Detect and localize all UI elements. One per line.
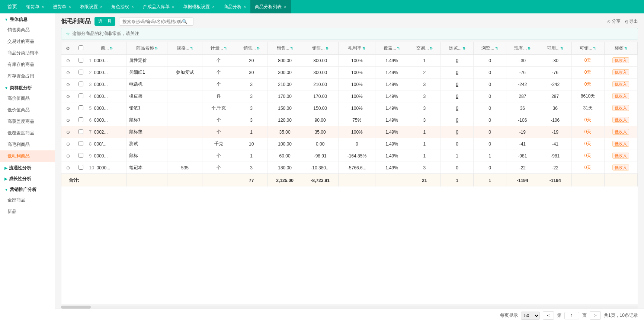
current-stock-column-header[interactable]: 现有...⇅ — [506, 42, 539, 55]
export-button[interactable]: ⎗ 导出 — [625, 18, 638, 25]
row-views1[interactable]: 0 — [441, 126, 474, 138]
name-column-header[interactable]: 商品名称⇅ — [126, 42, 167, 55]
row-checkbox[interactable] — [75, 138, 87, 150]
sidebar-group-cluster[interactable]: ▼ 类群度分析 — [0, 82, 55, 93]
sidebar-item-sales-products[interactable]: 销售类商品 — [0, 24, 55, 36]
sidebar-item-stock-capital[interactable]: 库存资金占用 — [0, 70, 55, 82]
nav-product-analysis-list[interactable]: 商品分析列表 × — [250, 0, 291, 13]
row-sales-price: 35.00 — [268, 126, 302, 138]
nav-permissions[interactable]: 权限设置 × — [76, 0, 107, 13]
page-size-select[interactable]: 50 100 200 — [521, 312, 540, 320]
date-filter-button[interactable]: 近一月 — [94, 17, 115, 26]
views2-column-header[interactable]: 浏览...⇅ — [474, 42, 506, 55]
row-checkbox[interactable] — [75, 67, 87, 79]
sidebar-group-circulation[interactable]: ▶ 流通性分析 — [0, 162, 55, 173]
table-row: ⊙ 5 0000... 铅笔1 个,千克 3 150.00 150.00 100… — [61, 102, 638, 114]
sidebar-item-low-margin[interactable]: 低毛利商品 — [0, 150, 55, 162]
row-views1[interactable]: 0 — [441, 138, 474, 150]
row-settings[interactable]: ⊙ — [61, 162, 75, 174]
close-product-analysis-tab[interactable]: × — [244, 4, 246, 9]
row-checkbox[interactable] — [75, 114, 87, 126]
sidebar-group-overall[interactable]: ▼ 整体信息 — [0, 13, 55, 24]
sidebar-item-traded-products[interactable]: 交易过的商品 — [0, 36, 55, 47]
coverage-column-header[interactable]: 覆盖...⇅ — [375, 42, 408, 55]
available-stock-column-header[interactable]: 可用...⇅ — [539, 42, 571, 55]
nav-product-entry[interactable]: 产成品入库单 × — [138, 0, 179, 13]
row-settings[interactable]: ⊙ — [61, 150, 75, 162]
sales-amount-column-header[interactable]: 销售...⇅ — [302, 42, 339, 55]
sellable-days-column-header[interactable]: 可销...⇅ — [571, 42, 604, 55]
row-checkbox[interactable] — [75, 55, 87, 67]
nav-purchase[interactable]: 进货单 × — [48, 0, 75, 13]
sales-count-column-header[interactable]: 销售...⇅ — [235, 42, 268, 55]
sidebar-group-marketing[interactable]: ▼ 营销推广分析 — [0, 184, 55, 194]
close-roles-tab[interactable]: × — [131, 4, 134, 9]
horizontal-scrollbar[interactable] — [61, 306, 638, 309]
code-column-header[interactable]: 商...⇅ — [87, 42, 126, 55]
nav-template-settings[interactable]: 单据模板设置 × — [179, 0, 219, 13]
tag-column-header[interactable]: 标签⇅ — [604, 42, 638, 55]
row-checkbox[interactable] — [75, 150, 87, 162]
row-views1[interactable]: 0 — [441, 90, 474, 102]
sidebar-item-in-stock[interactable]: 有库存的商品 — [0, 59, 55, 70]
close-product-analysis-list-tab[interactable]: × — [284, 4, 286, 9]
gross-margin-column-header[interactable]: 毛利率⇅ — [339, 42, 375, 55]
row-settings[interactable]: ⊙ — [61, 67, 75, 79]
search-input[interactable] — [122, 19, 182, 24]
sidebar-item-high-coverage[interactable]: 高覆盖度商品 — [0, 116, 55, 127]
sidebar-group-growth[interactable]: ▶ 成长性分析 — [0, 173, 55, 184]
sidebar-item-category-sales-rate[interactable]: 商品分类助销率 — [0, 47, 55, 59]
nav-home[interactable]: 首页 — [3, 0, 22, 13]
sidebar-item-new-products[interactable]: 新品 — [0, 206, 55, 217]
share-button[interactable]: ⎋ 分享 — [608, 18, 621, 25]
views1-column-header[interactable]: 浏览...⇅ — [441, 42, 474, 55]
row-num-code: 3 0000... — [87, 79, 126, 90]
totals-transactions: 21 — [408, 174, 441, 186]
sidebar-item-high-margin[interactable]: 高毛利商品 — [0, 139, 55, 150]
nav-product-analysis[interactable]: 商品分析 × — [219, 0, 250, 13]
prev-page-button[interactable]: ＜ — [543, 311, 554, 320]
page-number-input[interactable] — [564, 312, 579, 319]
scrollbar-thumb[interactable] — [61, 306, 91, 309]
row-checkbox[interactable] — [75, 162, 87, 174]
checkbox-column-header[interactable] — [75, 42, 87, 55]
row-settings[interactable]: ⊙ — [61, 90, 75, 102]
spec-column-header[interactable]: 规格...⇅ — [167, 42, 202, 55]
row-settings[interactable]: ⊙ — [61, 138, 75, 150]
next-page-button[interactable]: ＞ — [590, 311, 601, 320]
close-sales-tab[interactable]: × — [42, 4, 44, 9]
close-permissions-tab[interactable]: × — [100, 4, 102, 9]
close-purchase-tab[interactable]: × — [68, 4, 71, 9]
sidebar-item-low-coverage[interactable]: 低覆盖度商品 — [0, 127, 55, 139]
unit-column-header[interactable]: 计量...⇅ — [202, 42, 235, 55]
nav-roles[interactable]: 角色授权 × — [107, 0, 138, 13]
sidebar-item-all-products[interactable]: 全部商品 — [0, 194, 55, 206]
row-checkbox[interactable] — [75, 102, 87, 114]
row-settings[interactable]: ⊙ — [61, 114, 75, 126]
sidebar-item-high-value[interactable]: 高价值商品 — [0, 93, 55, 104]
row-checkbox[interactable] — [75, 126, 87, 138]
settings-column-header[interactable]: ⚙ — [61, 42, 75, 55]
close-product-entry-tab[interactable]: × — [172, 4, 174, 9]
row-views1[interactable]: 0 — [441, 67, 474, 79]
row-checkbox[interactable] — [75, 79, 87, 90]
select-all-checkbox[interactable] — [79, 45, 83, 50]
close-template-tab[interactable]: × — [212, 4, 214, 9]
row-views1[interactable]: 0 — [441, 162, 474, 174]
row-views1[interactable]: 0 — [441, 55, 474, 67]
row-checkbox[interactable] — [75, 90, 87, 102]
row-settings[interactable]: ⊙ — [61, 102, 75, 114]
row-current-stock: -981 — [506, 150, 539, 162]
row-views1[interactable]: 1 — [441, 150, 474, 162]
row-views1[interactable]: 0 — [441, 102, 474, 114]
transactions-column-header[interactable]: 交易...⇅ — [408, 42, 441, 55]
row-views1[interactable]: 0 — [441, 79, 474, 90]
search-icon[interactable]: 🔍 — [182, 19, 188, 24]
row-settings[interactable]: ⊙ — [61, 79, 75, 90]
sidebar-item-low-value[interactable]: 低价值商品 — [0, 104, 55, 116]
nav-sales[interactable]: 销货单 × — [22, 0, 48, 13]
sales-price-column-header[interactable]: 销售...⇅ — [268, 42, 302, 55]
row-views1[interactable]: 0 — [441, 114, 474, 126]
row-settings[interactable]: ⊙ — [61, 126, 75, 138]
row-settings[interactable]: ⊙ — [61, 55, 75, 67]
